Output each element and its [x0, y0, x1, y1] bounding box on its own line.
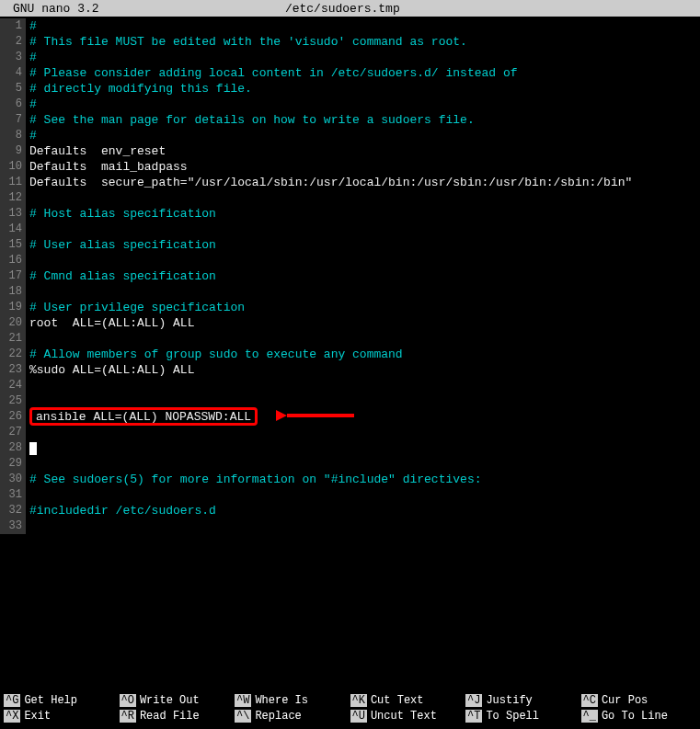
line-number: 10: [0, 159, 26, 175]
line-content[interactable]: # User alias specification: [26, 237, 216, 253]
line-content[interactable]: [26, 393, 29, 409]
line-number: 1: [0, 18, 26, 34]
line-content[interactable]: # This file MUST be edited with the 'vis…: [26, 34, 467, 50]
line-content[interactable]: [26, 222, 29, 237]
editor-line[interactable]: 32#includedir /etc/sudoers.d: [0, 503, 700, 518]
line-content[interactable]: # Please consider adding local content i…: [26, 65, 518, 81]
editor-line[interactable]: 13# Host alias specification: [0, 206, 700, 222]
line-number: 4: [0, 65, 26, 81]
editor-line[interactable]: 33: [0, 518, 700, 534]
title-bar: GNU nano 3.2 /etc/sudoers.tmp: [0, 0, 700, 17]
line-content[interactable]: # User privilege specification: [26, 300, 245, 315]
editor-line[interactable]: 31: [0, 487, 700, 503]
editor-line[interactable]: 21: [0, 331, 700, 347]
editor-line[interactable]: 22# Allow members of group sudo to execu…: [0, 347, 700, 362]
line-number: 30: [0, 472, 26, 487]
editor-line[interactable]: 9Defaults env_reset: [0, 143, 700, 159]
line-content[interactable]: # directly modifying this file.: [26, 81, 252, 97]
line-content[interactable]: #: [26, 18, 37, 34]
line-content[interactable]: #: [26, 128, 37, 143]
line-content[interactable]: # Cmnd alias specification: [26, 268, 216, 284]
shortcut-key: ^_: [581, 710, 598, 723]
line-number: 19: [0, 300, 26, 315]
line-content[interactable]: # See the man page for details on how to…: [26, 112, 475, 128]
editor-line[interactable]: 19# User privilege specification: [0, 300, 700, 315]
help-shortcut: ^WWhere Is: [235, 692, 350, 708]
line-number: 32: [0, 503, 26, 518]
editor-line[interactable]: 3#: [0, 50, 700, 65]
shortcut-key: ^X: [4, 710, 20, 723]
editor-line[interactable]: 11Defaults secure_path="/usr/local/sbin:…: [0, 175, 700, 190]
line-number: 28: [0, 440, 26, 456]
line-content[interactable]: # Allow members of group sudo to execute…: [26, 347, 403, 362]
editor-line[interactable]: 27: [0, 425, 700, 440]
editor-line[interactable]: 2# This file MUST be edited with the 'vi…: [0, 34, 700, 50]
line-number: 8: [0, 128, 26, 143]
editor-line[interactable]: 7# See the man page for details on how t…: [0, 112, 700, 128]
editor-line[interactable]: 20root ALL=(ALL:ALL) ALL: [0, 315, 700, 331]
editor-line[interactable]: 10Defaults mail_badpass: [0, 159, 700, 175]
line-content[interactable]: Defaults env_reset: [26, 143, 166, 159]
shortcut-label: Write Out: [140, 694, 200, 707]
app-name: GNU nano 3.2: [4, 2, 99, 16]
editor-line[interactable]: 23%sudo ALL=(ALL:ALL) ALL: [0, 362, 700, 378]
line-number: 21: [0, 331, 26, 347]
editor-line[interactable]: 17# Cmnd alias specification: [0, 268, 700, 284]
line-content[interactable]: # Host alias specification: [26, 206, 216, 222]
line-content[interactable]: Defaults mail_badpass: [26, 159, 188, 175]
line-content[interactable]: Defaults secure_path="/usr/local/sbin:/u…: [26, 175, 632, 190]
editor-content[interactable]: 1#2# This file MUST be edited with the '…: [0, 17, 700, 534]
line-number: 13: [0, 206, 26, 222]
editor-line[interactable]: 30# See sudoers(5) for more information …: [0, 472, 700, 487]
line-number: 23: [0, 362, 26, 378]
line-content[interactable]: #: [26, 97, 37, 112]
line-content[interactable]: root ALL=(ALL:ALL) ALL: [26, 315, 194, 331]
line-content[interactable]: [26, 284, 29, 300]
shortcut-key: ^T: [465, 710, 482, 723]
line-content[interactable]: [26, 253, 29, 268]
help-shortcut: ^XExit: [4, 708, 120, 723]
highlighted-sudoers-entry: ansible ALL=(ALL) NOPASSWD:ALL: [29, 407, 258, 426]
shortcut-key: ^J: [465, 694, 482, 707]
line-content[interactable]: [26, 518, 29, 534]
line-content[interactable]: %sudo ALL=(ALL:ALL) ALL: [26, 362, 194, 378]
shortcut-label: To Spell: [486, 710, 539, 723]
editor-line[interactable]: 12: [0, 190, 700, 206]
editor-line[interactable]: 8#: [0, 128, 700, 143]
editor-line[interactable]: 29: [0, 456, 700, 472]
line-number: 33: [0, 518, 26, 534]
editor-line[interactable]: 6#: [0, 97, 700, 112]
line-content[interactable]: #: [26, 50, 37, 65]
editor-line[interactable]: 14: [0, 222, 700, 237]
line-content[interactable]: [26, 440, 37, 456]
editor-line[interactable]: 5# directly modifying this file.: [0, 81, 700, 97]
editor-line[interactable]: 1#: [0, 18, 700, 34]
line-content[interactable]: #includedir /etc/sudoers.d: [26, 503, 216, 518]
help-shortcut: ^RRead File: [120, 708, 235, 723]
line-number: 14: [0, 222, 26, 237]
editor-line[interactable]: 24: [0, 378, 700, 393]
line-content[interactable]: [26, 456, 29, 472]
editor-line[interactable]: 15# User alias specification: [0, 237, 700, 253]
line-number: 31: [0, 487, 26, 503]
editor-line[interactable]: 16: [0, 253, 700, 268]
line-content[interactable]: # See sudoers(5) for more information on…: [26, 472, 481, 487]
editor-line[interactable]: 4# Please consider adding local content …: [0, 65, 700, 81]
shortcut-label: Uncut Text: [371, 710, 437, 723]
editor-line[interactable]: 18: [0, 284, 700, 300]
line-content[interactable]: [26, 378, 29, 393]
line-content[interactable]: [26, 331, 29, 347]
shortcut-label: Cut Text: [371, 694, 424, 707]
line-content[interactable]: [26, 190, 29, 206]
nano-help-bar: ^GGet Help^OWrite Out^WWhere Is^KCut Tex…: [0, 690, 700, 729]
shortcut-key: ^C: [581, 694, 598, 707]
editor-line[interactable]: 26ansible ALL=(ALL) NOPASSWD:ALL: [0, 409, 700, 425]
line-number: 11: [0, 175, 26, 190]
help-shortcut: ^GGet Help: [4, 692, 120, 708]
editor-line[interactable]: 28: [0, 440, 700, 456]
shortcut-key: ^K: [350, 694, 367, 707]
line-content[interactable]: ansible ALL=(ALL) NOPASSWD:ALL: [26, 409, 258, 425]
help-shortcut: ^JJustify: [465, 692, 581, 708]
line-content[interactable]: [26, 425, 29, 440]
line-content[interactable]: [26, 487, 29, 503]
